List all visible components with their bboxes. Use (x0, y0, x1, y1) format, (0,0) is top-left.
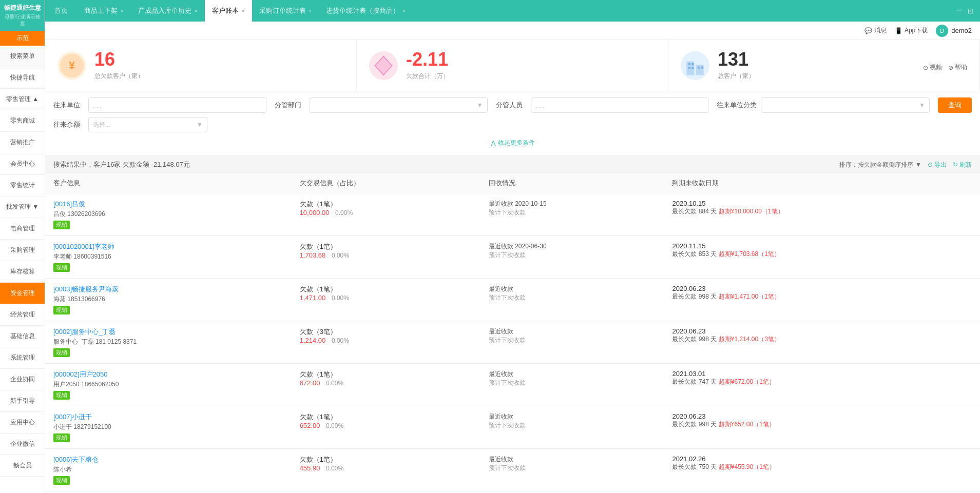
logo[interactable]: 畅捷通好生意 母婴行业演示账套 (0, 0, 45, 31)
debt-amount-5[interactable]: 652.00 (300, 422, 320, 429)
nav-item-marketing[interactable]: 营销推广 (0, 132, 45, 153)
nav-item-collab[interactable]: 企业协同 (0, 369, 45, 390)
diamond-icon-svg (371, 53, 396, 78)
debt-label-4: 欠款（1笔） (300, 370, 472, 379)
debt-amount-2[interactable]: 1,471.00 (300, 294, 326, 302)
customer-table: 客户信息 欠交易信息（占比） 回收情况 到期未收款日期 [0016]吕俊 吕俊 … (45, 173, 980, 493)
tab-purchase-stat-product-close[interactable]: × (402, 8, 406, 14)
sort-btn[interactable]: 排序：按欠款金额倒序排序 ▼ (839, 161, 921, 169)
video-btn[interactable]: ⊙ 视频 (923, 63, 942, 72)
nav-item-batch-mgmt[interactable]: 批发管理 ▼ (0, 196, 45, 218)
results-bar: 搜索结果中，客户16家 欠款金额 -21,148.07元 排序：按欠款金额倒序排… (45, 156, 980, 173)
customer-name-link-2[interactable]: [0003]畅捷服务尹海蒸 (53, 285, 119, 293)
filter-input-unit[interactable]: ... (88, 97, 266, 113)
nav-item-newuser[interactable]: 新手引导 (0, 390, 45, 412)
filter-input-person[interactable]: ... (531, 97, 709, 113)
tab-customer-account-close[interactable]: × (242, 8, 245, 14)
results-info: 搜索结果中，客户16家 欠款金额 -21,148.07元 (53, 160, 190, 169)
nav-item-retail-mgmt[interactable]: 零售管理 ▲ (0, 89, 45, 110)
search-button[interactable]: 查询 (938, 97, 972, 113)
user-menu[interactable]: D demo2 (936, 25, 972, 37)
cell-customer-info-1: [0001020001]李老师 李老师 18600391516 现销 (45, 236, 292, 279)
nav-item-search[interactable]: 搜索菜单 (0, 46, 45, 67)
overdue-text-5[interactable]: 超期¥652.00（1笔） (719, 421, 775, 428)
nav-item-retail-mall[interactable]: 零售商城 (0, 110, 45, 132)
stat-info-total: 131 总客户（家） (718, 50, 755, 81)
message-btn[interactable]: 💬 消息 (864, 26, 887, 35)
filter-label-unit: 往来单位 (53, 101, 84, 110)
top-nav-icons: ─ ⊡ (954, 4, 980, 17)
next-collection-1: 预计下次收款 (489, 251, 656, 260)
customer-name-link-5[interactable]: [0007]小迸干 (53, 413, 92, 421)
nav-item-quick[interactable]: 快捷导航 (0, 67, 45, 89)
tab-purchase-history-close[interactable]: × (195, 8, 198, 14)
filter-select-balance[interactable]: 选择... ▼ (88, 117, 207, 132)
refresh-btn[interactable]: ↻ 刷新 (953, 161, 972, 169)
customer-name-link-0[interactable]: [0016]吕俊 (53, 200, 85, 208)
tab-product-listing[interactable]: 商品上下架 × (77, 0, 131, 22)
nav-item-system[interactable]: 系统管理 (0, 347, 45, 369)
col-header-collection: 回收情况 (481, 173, 664, 193)
logo-text: 畅捷通好生意 (2, 4, 43, 12)
tab-purchase-order-stat-close[interactable]: × (309, 8, 312, 14)
filter-label-person: 分管人员 (496, 101, 527, 110)
overdue-text-4[interactable]: 超期¥672.00（1笔） (719, 378, 775, 385)
nav-item-purchase[interactable]: 采购管理 (0, 240, 45, 261)
stat-value-owed-customers: 16 (94, 50, 144, 69)
app-download-btn[interactable]: 📱 App下载 (895, 26, 928, 35)
cell-debt-info-0: 欠款（1笔） 10,000.00 0.00% (292, 193, 481, 236)
nav-item-changhui[interactable]: 畅会员 (0, 455, 45, 477)
tab-customer-account[interactable]: 客户账本 × (205, 0, 252, 22)
filter-select-category[interactable]: ▼ (761, 97, 930, 113)
nav-item-finance[interactable]: 资金管理 (0, 283, 45, 304)
nav-item-apps[interactable]: 应用中心 (0, 412, 45, 433)
tab-home[interactable]: 首页 (45, 0, 77, 22)
tab-purchase-history[interactable]: 产成品入库单历史 × (131, 0, 205, 22)
tab-purchase-order-stat[interactable]: 采购订单统计表 × (252, 0, 319, 22)
tab-customer-account-label: 客户账本 (212, 6, 239, 15)
nav-item-operation[interactable]: 经营管理 (0, 304, 45, 326)
cell-collection-4: 最近收款 预计下次收款 (481, 364, 664, 406)
overdue-text-6[interactable]: 超期¥455.90（1笔） (719, 463, 775, 470)
svg-rect-10 (698, 66, 700, 68)
stat-card-owed-customers: ¥ 16 总欠款客户（家） (45, 40, 357, 91)
nav-item-ecom[interactable]: 电商管理 (0, 218, 45, 240)
customer-name-link-1[interactable]: [0001020001]李老师 (53, 243, 114, 250)
customer-tag-2: 现销 (53, 306, 70, 314)
filter-select-dept[interactable]: ▼ (310, 97, 488, 113)
export-btn[interactable]: ⊙ 导出 (928, 161, 947, 169)
minimize-icon[interactable]: ─ (954, 4, 964, 17)
building-icon-svg (682, 53, 708, 78)
overdue-text-0[interactable]: 超期¥10,000.00（1笔） (719, 208, 784, 215)
nav-item-member[interactable]: 会员中心 (0, 153, 45, 175)
tab-purchase-stat-product[interactable]: 进货单统计表（按商品） × (319, 0, 413, 22)
customer-name-link-4[interactable]: [000002]用户2050 (53, 370, 108, 378)
debt-pct-2: 0.00% (332, 294, 349, 302)
overdue-text-2[interactable]: 超期¥1,471.00（1笔） (719, 293, 780, 300)
debt-amount-3[interactable]: 1,214.00 (300, 337, 326, 344)
filter-person-dots: ... (535, 101, 545, 110)
stat-icon-building (681, 51, 709, 80)
tab-product-listing-close[interactable]: × (121, 8, 124, 14)
maximize-icon[interactable]: ⊡ (966, 5, 976, 17)
nav-item-base[interactable]: 基础信息 (0, 326, 45, 347)
nav-item-retail-stat[interactable]: 零售统计 (0, 175, 45, 196)
nav-item-inventory[interactable]: 库存核算 (0, 261, 45, 283)
help-btn[interactable]: ⊘ 帮助 (948, 63, 967, 72)
debt-amount-1[interactable]: 1,703.68 (300, 251, 326, 259)
debt-amount-4[interactable]: 672.00 (300, 379, 320, 387)
nav-item-wechat[interactable]: 企业微信 (0, 433, 45, 455)
filter-balance-arrow: ▼ (197, 121, 203, 128)
overdue-text-3[interactable]: 超期¥1,214.00（3笔） (719, 336, 780, 343)
collapse-filter-btn[interactable]: ⋀ 收起更多条件 (53, 136, 972, 151)
debt-amount-0[interactable]: 10,000.00 (300, 209, 330, 216)
customer-phone-6: 陈小希 (53, 465, 283, 474)
overdue-text-1[interactable]: 超期¥1,703.68（1笔） (719, 250, 780, 258)
customer-name-link-3[interactable]: [0002]服务中心_丁磊 (53, 328, 116, 336)
cell-collection-5: 最近收款 预计下次收款 (481, 406, 664, 449)
customer-name-link-6[interactable]: [0006]去下粮仓 (53, 456, 99, 463)
debt-label-5: 欠款（1笔） (300, 412, 472, 422)
stat-value-total-customers: 131 (718, 50, 755, 69)
debt-amount-6[interactable]: 455.90 (300, 464, 320, 472)
cell-due-date-2: 2020.06.23 最长欠款 998 天 超期¥1,471.00（1笔） (664, 279, 980, 321)
